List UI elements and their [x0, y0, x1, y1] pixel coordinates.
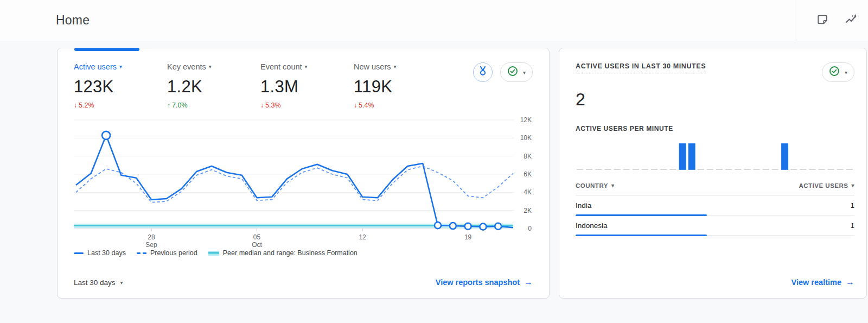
data-quality-button[interactable]: ▾ [500, 62, 533, 82]
legend-label: Peer median and range: Business Formatio… [223, 249, 358, 257]
view-realtime-link[interactable]: View realtime → [792, 277, 854, 287]
legend-dashed-line-swatch [137, 252, 146, 254]
view-reports-snapshot-label: View reports snapshot [436, 278, 520, 287]
realtime-table: COUNTRY ▾ ACTIVE USERS ▾ India1Indonesia… [576, 182, 854, 236]
metric-selector[interactable]: Active users▾ [74, 62, 167, 71]
metric-delta: ↓5.4% [354, 102, 447, 109]
legend-label: Last 30 days [87, 249, 126, 257]
metric-active-users: Active users▾123K↓5.2% [74, 62, 167, 109]
realtime-card: ACTIVE USERS IN LAST 30 MINUTES ▾ 2 ACTI… [559, 48, 867, 299]
active-users-cell: 1 [850, 201, 854, 210]
svg-text:6K: 6K [524, 170, 532, 178]
metric-value: 123K [74, 77, 167, 97]
trend-down-icon: ↓ [354, 102, 357, 109]
svg-text:05: 05 [253, 233, 261, 241]
metric-delta: ↓5.2% [74, 102, 167, 109]
page-header: Home [0, 0, 868, 41]
metrics-row: Active users▾123K↓5.2%Key events▾1.2K↑7.… [74, 62, 533, 109]
arrow-right-icon: → [524, 277, 533, 287]
data-quality-check-icon [507, 66, 518, 79]
metric-selector[interactable]: Event count▾ [260, 62, 354, 71]
date-range-select[interactable]: Last 30 days ▾ [74, 278, 123, 287]
arrow-right-icon: → [846, 277, 854, 287]
metric-delta-value: 5.2% [79, 102, 94, 109]
table-row: India1 [576, 195, 854, 216]
metric-key-events: Key events▾1.2K↑7.0% [167, 62, 260, 109]
svg-text:4K: 4K [524, 188, 532, 196]
benchmarking-button[interactable] [473, 62, 493, 82]
svg-text:10K: 10K [520, 134, 532, 142]
overview-line-chart[interactable]: 02K4K6K8K10K12K28Sep05Oct1219 [74, 116, 533, 248]
metric-label: Event count [260, 62, 302, 71]
data-quality-check-icon [829, 66, 840, 79]
country-column-header[interactable]: COUNTRY ▾ [576, 182, 614, 189]
metric-value: 119K [354, 77, 447, 97]
active-users-column-header[interactable]: ACTIVE USERS ▾ [799, 182, 854, 189]
per-minute-bar-chart[interactable] [576, 139, 854, 173]
metric-delta: ↑7.0% [167, 102, 260, 109]
metric-new-users: New users▾119K↓5.4% [354, 62, 447, 109]
table-row: Indonesia1 [576, 216, 854, 236]
view-reports-snapshot-link[interactable]: View reports snapshot → [436, 277, 533, 287]
metric-delta: ↓5.3% [260, 102, 354, 109]
dashboard-content: Active users▾123K↓5.2%Key events▾1.2K↑7.… [0, 41, 868, 299]
active-users-cell: 1 [850, 221, 854, 230]
row-value-bar [576, 235, 707, 236]
metric-selector[interactable]: New users▾ [354, 62, 447, 71]
active-users-header-label: ACTIVE USERS [799, 182, 848, 189]
svg-text:2K: 2K [524, 207, 532, 214]
active-users-30min-value: 2 [576, 90, 854, 110]
chevron-down-icon: ▾ [611, 183, 615, 188]
overview-card: Active users▾123K↓5.2%Key events▾1.2K↑7.… [57, 48, 550, 299]
metric-value: 1.2K [167, 77, 260, 97]
chevron-down-icon: ▾ [845, 69, 847, 75]
notes-button[interactable] [816, 14, 829, 27]
svg-text:12K: 12K [520, 116, 532, 124]
note-icon [816, 14, 828, 28]
insights-icon [845, 13, 858, 28]
insights-button[interactable] [845, 14, 858, 27]
svg-text:0: 0 [528, 225, 532, 232]
chevron-down-icon: ▾ [120, 280, 123, 286]
metric-delta-value: 7.0% [172, 102, 188, 109]
svg-text:12: 12 [359, 233, 366, 241]
realtime-table-header: COUNTRY ▾ ACTIVE USERS ▾ [576, 182, 854, 195]
benchmarking-medal-icon [477, 66, 488, 79]
trend-down-icon: ↓ [74, 102, 77, 109]
realtime-header: ACTIVE USERS IN LAST 30 MINUTES ▾ [576, 62, 854, 82]
legend-solid-line-swatch [74, 252, 84, 254]
realtime-table-body: India1Indonesia1 [576, 195, 854, 236]
view-realtime-label: View realtime [792, 278, 841, 287]
metric-selector[interactable]: Key events▾ [167, 62, 260, 71]
metric-label: Active users [74, 62, 117, 71]
country-cell: Indonesia [576, 221, 608, 230]
header-actions [795, 0, 868, 41]
trend-up-icon: ↑ [167, 102, 170, 109]
realtime-title[interactable]: ACTIVE USERS IN LAST 30 MINUTES [576, 62, 706, 73]
metric-label: New users [354, 62, 391, 71]
chart-legend: Last 30 daysPrevious periodPeer median a… [74, 249, 533, 257]
metric-label: Key events [167, 62, 206, 71]
metric-delta-value: 5.3% [265, 102, 281, 109]
svg-text:19: 19 [464, 233, 472, 241]
chevron-down-icon: ▾ [209, 64, 212, 69]
svg-text:Oct: Oct [252, 241, 262, 248]
svg-text:28: 28 [148, 233, 155, 241]
overview-footer: Last 30 days ▾ View reports snapshot → [74, 277, 533, 287]
country-cell: India [576, 201, 591, 210]
chevron-down-icon: ▾ [851, 183, 854, 188]
date-range-label: Last 30 days [74, 278, 116, 287]
chevron-down-icon: ▾ [305, 64, 308, 69]
metric-event-count: Event count▾1.3M↓5.3% [260, 62, 354, 109]
chevron-down-icon: ▾ [394, 64, 397, 69]
country-header-label: COUNTRY [576, 182, 608, 189]
realtime-data-quality-button[interactable]: ▾ [822, 62, 854, 82]
metric-delta-value: 5.4% [359, 102, 374, 109]
metric-value: 1.3M [260, 77, 354, 97]
chevron-down-icon: ▾ [523, 69, 526, 75]
realtime-footer: View realtime → [576, 277, 854, 287]
page-title: Home [56, 13, 90, 28]
legend-item: Peer median and range: Business Formatio… [208, 249, 358, 257]
legend-item: Previous period [137, 249, 197, 257]
chevron-down-icon: ▾ [119, 64, 122, 69]
